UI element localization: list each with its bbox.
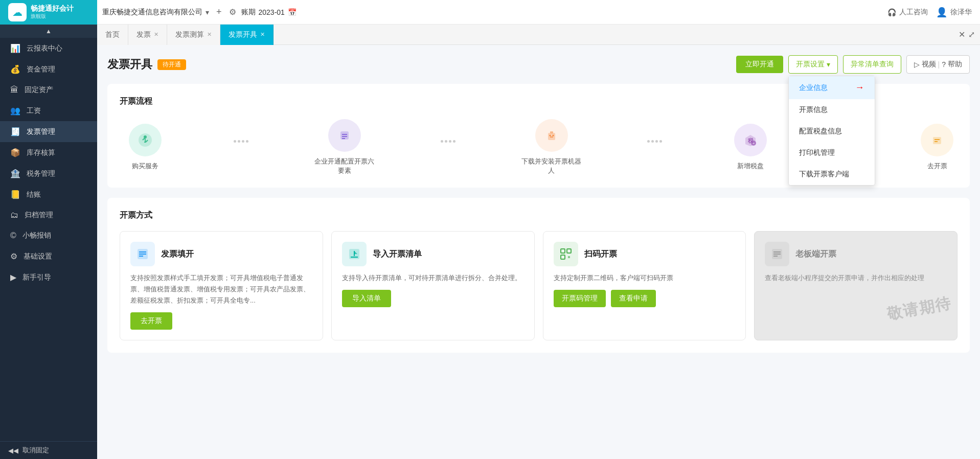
svg-rect-7 [548, 133, 555, 140]
tab-close-icon[interactable]: ✕ [207, 31, 212, 38]
step-connector [378, 140, 518, 143]
sidebar-item-label: 云报表中心 [27, 44, 62, 53]
dropdown-item-printer[interactable]: 打印机管理 [789, 142, 875, 164]
sidebar-item-kucun[interactable]: 📦 库存核算 [0, 142, 97, 163]
fill-invoice-title: 发票填开 [161, 249, 194, 260]
sidebar-item-label: 库存核算 [27, 148, 55, 157]
play-icon: ▷ [914, 60, 920, 68]
zijin-icon: 💰 [10, 64, 20, 74]
help-icon: ? [942, 60, 946, 68]
dropdown-arrow-icon: ▾ [827, 60, 830, 68]
svg-point-9 [549, 135, 551, 136]
tab-close-icon[interactable]: ✕ [154, 31, 158, 38]
step-2-label: 企业开通配置开票六要素 [314, 157, 375, 175]
video-help-button[interactable]: ▷ 视频 | ? 帮助 [906, 55, 970, 74]
sidebar-scroll-up[interactable]: ▲ [0, 25, 97, 38]
fill-invoice-icon [130, 242, 155, 266]
settings-button[interactable]: 开票设置 ▾ [788, 55, 838, 74]
sidebar-item-yunbao[interactable]: 📊 云报表中心 [0, 38, 97, 59]
svg-point-10 [552, 135, 554, 136]
app-logo-icon: ☁ [8, 3, 27, 21]
sidebar-item-label: 基础设置 [24, 252, 52, 261]
dropdown-item-company-info[interactable]: 企业信息 → [789, 76, 875, 99]
step-4-label: 新增税盘 [737, 162, 764, 171]
import-invoice-btn[interactable]: 导入清单 [342, 290, 391, 307]
guidang-icon: 🗂 [10, 211, 18, 220]
dropdown-item-download-client[interactable]: 下载开票客户端 [789, 164, 875, 185]
cancel-pin-icon: ◀◀ [8, 447, 18, 454]
company-info-label: 企业信息 [799, 83, 828, 93]
view-application-btn[interactable]: 查看申请 [611, 290, 656, 307]
step-3-label: 下载并安装开票机器人 [521, 157, 582, 175]
period-value: 2023-01 [259, 8, 285, 16]
step-connector [585, 140, 725, 143]
sidebar-item-xinshouyin[interactable]: ▶ 新手引导 [0, 267, 97, 288]
import-invoice-title: 导入开票清单 [373, 249, 422, 260]
sidebar-item-guidang[interactable]: 🗂 归档管理 [0, 205, 97, 225]
tab-fapiao-cesuan[interactable]: 发票测算 ✕ [167, 25, 220, 45]
svg-point-1 [144, 135, 147, 139]
support-label: 人工咨询 [899, 8, 928, 17]
period-info: 账期 2023-01 📅 [241, 8, 297, 17]
sidebar-item-jichushezhi[interactable]: ⚙ 基础设置 [0, 246, 97, 267]
method-card-import: 导入开票清单 支持导入待开票清单，可对待开票清单进行拆分、合并处理。 导入清单 [331, 231, 535, 340]
tab-close-icon[interactable]: ✕ [260, 31, 265, 38]
sidebar-bottom-action[interactable]: ◀◀ 取消固定 [0, 441, 97, 459]
sidebar-item-zijin[interactable]: 💰 资金管理 [0, 59, 97, 80]
method-card-fill: 发票填开 支持按照发票样式手工填开发票；可开具增值税电子普通发票、增值税普通发票… [120, 231, 323, 340]
sidebar-item-xiaochang[interactable]: © 小畅报销 [0, 225, 97, 246]
svg-text:+: + [753, 141, 755, 146]
period-label: 账期 [241, 8, 256, 17]
tax-disk-label: 配置税盘信息 [799, 127, 842, 135]
sidebar: ▲ 📊 云报表中心 💰 资金管理 🏛 固定资产 👥 工资 🧾 发票管理 [0, 25, 97, 459]
flow-step-5: 去开票 [917, 124, 958, 171]
xinshouyin-icon: ▶ [10, 272, 16, 282]
fill-invoice-btn[interactable]: 去开票 [130, 312, 172, 330]
sidebar-item-jiezhang[interactable]: 📒 结账 [0, 184, 97, 205]
user-avatar-icon: 👤 [936, 7, 947, 18]
page-header: 发票开具 待开通 立即开通 开票设置 ▾ 企业信息 [107, 55, 970, 74]
import-invoice-desc: 支持导入待开票清单，可对待开票清单进行拆分、合并处理。 [342, 272, 524, 284]
activate-button[interactable]: 立即开通 [736, 56, 783, 73]
yunbao-icon: 📊 [10, 43, 20, 53]
boss-invoice-icon [765, 242, 789, 266]
kucun-icon: 📦 [10, 148, 20, 157]
settings-icon[interactable]: ⚙ [229, 7, 236, 17]
tab-home[interactable]: 首页 [97, 25, 128, 45]
company-selector[interactable]: 重庆畅捷交通信息咨询有限公司 ▾ [102, 8, 209, 17]
sidebar-item-shuiwu[interactable]: 🏦 税务管理 [0, 163, 97, 184]
user-info[interactable]: 👤 徐泽华 [936, 7, 972, 18]
calendar-icon[interactable]: 📅 [288, 8, 297, 16]
tab-close-window-icon[interactable]: ✕ [959, 30, 965, 39]
support-btn[interactable]: 🎧 人工咨询 [887, 8, 928, 17]
sidebar-item-gongzi[interactable]: 👥 工资 [0, 100, 97, 121]
boss-invoice-desc: 查看老板端小程序提交的开票申请，并作出相应的处理 [765, 272, 947, 284]
step-5-label: 去开票 [927, 162, 947, 171]
settings-label: 开票设置 [796, 60, 825, 69]
fill-invoice-desc: 支持按照发票样式手工填开发票；可开具增值税电子普通发票、增值税普通发票、增值税专… [130, 272, 312, 306]
xiaochang-icon: © [10, 231, 16, 240]
dropdown-item-tax-disk[interactable]: 配置税盘信息 [789, 121, 875, 142]
sidebar-item-label: 工资 [27, 106, 41, 116]
headset-icon: 🎧 [887, 8, 896, 16]
exception-button[interactable]: 异常清单查询 [843, 55, 901, 74]
tab-fapiao-kaiju[interactable]: 发票开具 ✕ [220, 25, 274, 45]
tab-expand-icon[interactable]: ⤢ [968, 30, 975, 39]
sidebar-item-gudingzichan[interactable]: 🏛 固定资产 [0, 80, 97, 100]
content-area: 发票开具 待开通 立即开通 开票设置 ▾ 企业信息 [97, 45, 980, 459]
jiezhang-icon: 📒 [10, 190, 20, 199]
tab-fapiao[interactable]: 发票 ✕ [128, 25, 167, 45]
scan-invoice-title: 扫码开票 [584, 249, 617, 260]
settings-dropdown-menu: 企业信息 → 开票信息 配置税盘信息 打印机管理 [788, 76, 875, 186]
page-title: 发票开具 [107, 57, 152, 72]
sidebar-item-label: 归档管理 [25, 211, 53, 220]
step-connector [171, 140, 311, 143]
flow-step-3: 下载并安装开票机器人 [518, 119, 585, 175]
add-icon[interactable]: + [216, 7, 222, 17]
gudingzichan-icon: 🏛 [10, 85, 18, 95]
sidebar-item-fapiao[interactable]: 🧾 发票管理 [0, 121, 97, 142]
dropdown-item-invoice-info[interactable]: 开票信息 [789, 99, 875, 121]
scan-code-mgmt-btn[interactable]: 开票码管理 [554, 290, 606, 307]
red-arrow-icon: → [855, 82, 864, 93]
sidebar-item-label: 税务管理 [27, 169, 55, 178]
